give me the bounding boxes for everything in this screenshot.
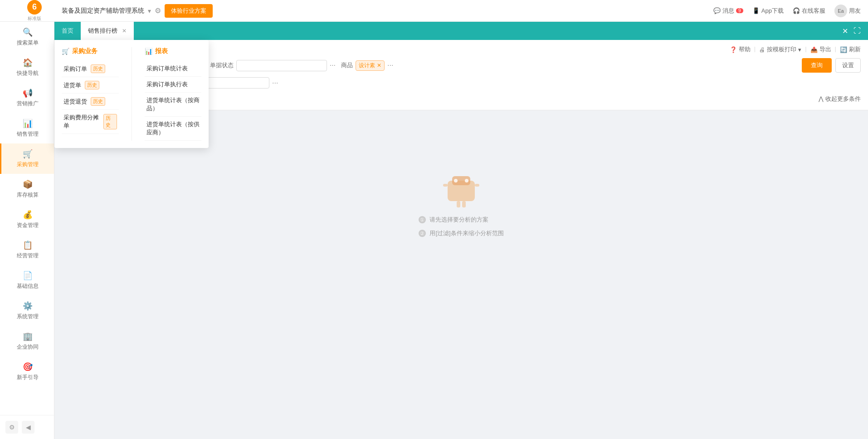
- marketing-icon: 📢: [23, 88, 33, 98]
- sidebar-label-operation: 经营管理: [17, 252, 39, 260]
- sidebar-label-inventory: 库存核算: [17, 191, 39, 199]
- tab-close-all-icon[interactable]: ✕: [842, 27, 848, 35]
- dropdown-item-purchase-order[interactable]: 采购订单 历史: [62, 61, 119, 77]
- sidebar-label-guide: 新手引导: [17, 374, 39, 381]
- purchase-order-label: 采购订单: [63, 65, 87, 73]
- status-select[interactable]: [236, 60, 327, 71]
- dropdown-arrow-icon[interactable]: ▾: [148, 7, 151, 15]
- dropdown-item-expense[interactable]: 采购费用分摊单 历史: [62, 110, 119, 134]
- status-dots[interactable]: ···: [330, 61, 336, 69]
- action-buttons: 查询 设置: [802, 58, 861, 73]
- incoming-stats-supplier-label: 进货单统计表（按供应商）: [146, 120, 200, 137]
- message-action[interactable]: 💬 消息 9: [713, 7, 743, 15]
- return-label: 进货退货: [63, 98, 87, 106]
- trial-button[interactable]: 体验行业方案: [165, 4, 213, 18]
- dropdown-item-incoming-stats-supplier[interactable]: 进货单统计表（按供应商）: [145, 117, 202, 141]
- incoming-history-badge[interactable]: 历史: [85, 81, 99, 89]
- inventory-icon: 📦: [23, 179, 33, 189]
- user-label: 用友: [849, 7, 861, 15]
- user-action[interactable]: Ea 用友: [834, 5, 861, 17]
- purchase-order-history-badge[interactable]: 历史: [91, 64, 105, 73]
- goods-tag: 设计素 ✕: [356, 60, 385, 71]
- tab-home-label: 首页: [62, 27, 73, 35]
- sidebar-label-search: 搜索菜单: [17, 39, 39, 47]
- sidebar-item-basic-info[interactable]: 📄 基础信息: [0, 265, 54, 296]
- tip1-row: ① 请先选择要分析的方案: [419, 216, 503, 224]
- tab-sales-rank[interactable]: 销售排行榜 ✕: [81, 22, 134, 40]
- sidebar-item-purchase[interactable]: 🛒 采购管理: [0, 143, 54, 174]
- search-button[interactable]: 查询: [802, 58, 832, 73]
- sidebar-item-quick-nav[interactable]: 🏠 快捷导航: [0, 52, 54, 83]
- incoming-label: 进货单: [63, 81, 81, 89]
- export-action[interactable]: 📤 导出: [810, 45, 831, 54]
- refresh-icon: 🔄: [840, 46, 847, 53]
- goods-tag-close-icon[interactable]: ✕: [377, 62, 381, 69]
- settings-icon[interactable]: ⚙: [155, 6, 161, 15]
- dropdown-item-incoming-stats-goods[interactable]: 进货单统计表（按商品）: [145, 93, 202, 117]
- export-icon: 📤: [810, 46, 818, 53]
- separator2: |: [805, 45, 806, 54]
- sidebar-item-guide[interactable]: 🎯 新手引导: [0, 356, 54, 387]
- collapse-label: 收起更多条件: [825, 95, 861, 103]
- search-icon: 🔍: [23, 27, 33, 37]
- report-section-label: 报表: [155, 47, 168, 55]
- sidebar-item-search[interactable]: 🔍 搜索菜单: [0, 22, 54, 52]
- settings-button[interactable]: 设置: [835, 58, 861, 73]
- message-label: 消息: [722, 7, 734, 15]
- return-history-badge[interactable]: 历史: [91, 97, 105, 106]
- dropdown-item-return[interactable]: 进货退货 历史: [62, 94, 119, 110]
- sidebar-item-operation[interactable]: 📋 经营管理: [0, 235, 54, 265]
- message-badge: 9: [736, 8, 743, 13]
- dropdown-divider: [132, 47, 132, 141]
- sidebar-bottom: ⚙ ◀: [0, 415, 54, 439]
- app-download-action[interactable]: 📱 App下载: [752, 7, 784, 15]
- sidebar-item-enterprise[interactable]: 🏢 企业协同: [0, 326, 54, 356]
- sidebar-item-sales[interactable]: 📊 销售管理: [0, 113, 54, 143]
- salesman-dots[interactable]: ···: [272, 79, 278, 87]
- toolbar-actions: ❓ 帮助 | 🖨 按模板打印 ▾ | 📤 导出: [730, 45, 861, 54]
- svg-rect-5: [462, 201, 466, 207]
- dropdown-item-purchase-exec[interactable]: 采购订单执行表: [145, 77, 202, 93]
- dropdown-item-incoming[interactable]: 进货单 历史: [62, 77, 119, 94]
- sidebar-item-marketing[interactable]: 📢 营销推广: [0, 83, 54, 113]
- help-action[interactable]: ❓ 帮助: [730, 45, 751, 54]
- sidebar-label-quick-nav: 快捷导航: [17, 69, 39, 77]
- tab-home[interactable]: 首页: [54, 22, 81, 40]
- operation-icon: 📋: [23, 240, 33, 250]
- expense-label: 采购费用分摊单: [63, 113, 100, 130]
- settings-bottom-icon[interactable]: ⚙: [5, 421, 18, 434]
- purchase-section-icon: 🛒: [62, 48, 69, 55]
- print-action[interactable]: 🖨 按模板打印 ▾: [759, 45, 801, 54]
- collapse-button[interactable]: ⋀ 收起更多条件: [819, 95, 861, 103]
- sidebar-label-system: 系统管理: [17, 313, 39, 321]
- report-section-icon: 📊: [145, 48, 152, 55]
- goods-dots[interactable]: ···: [387, 61, 393, 69]
- empty-illustration: [439, 165, 484, 210]
- sidebar-item-system[interactable]: ⚙️ 系统管理: [0, 296, 54, 326]
- system-title-text: 装备及固定资产辅助管理系统: [62, 7, 144, 15]
- collapse-sidebar-icon[interactable]: ◀: [22, 421, 34, 434]
- tab-bar: 首页 销售排行榜 ✕ ✕ ⛶: [54, 22, 868, 40]
- tip1-num: ①: [419, 216, 426, 223]
- tab-close-icon[interactable]: ✕: [122, 28, 127, 34]
- purchase-section: 🛒 采购业务 采购订单 历史 进货单 历史 进货退货 历史 采购费用分摊单 历史: [62, 47, 119, 141]
- sidebar-label-basic-info: 基础信息: [17, 282, 39, 290]
- logo-icon: 6: [27, 0, 42, 15]
- report-section-title: 📊 报表: [145, 47, 202, 55]
- dropdown-item-purchase-stats[interactable]: 采购订单统计表: [145, 61, 202, 77]
- purchase-exec-label: 采购订单执行表: [146, 80, 188, 89]
- purchase-dropdown-menu: 🛒 采购业务 采购订单 历史 进货单 历史 进货退货 历史 采购费用分摊单 历史…: [54, 40, 209, 148]
- refresh-label: 刷新: [849, 45, 861, 54]
- expense-history-badge[interactable]: 历史: [103, 114, 117, 129]
- svg-rect-6: [443, 184, 448, 187]
- top-actions: 💬 消息 9 📱 App下载 🎧 在线客服 Ea 用友: [713, 5, 861, 17]
- tab-expand-icon[interactable]: ⛶: [853, 27, 861, 35]
- sidebar-item-inventory[interactable]: 📦 库存核算: [0, 174, 54, 204]
- online-service-action[interactable]: 🎧 在线客服: [793, 7, 825, 15]
- sidebar-item-finance[interactable]: 💰 资金管理: [0, 204, 54, 235]
- svg-point-2: [454, 179, 458, 183]
- refresh-action[interactable]: 🔄 刷新: [840, 45, 861, 54]
- svg-point-3: [465, 179, 468, 183]
- basic-info-icon: 📄: [23, 271, 33, 281]
- status-label: 单据状态: [210, 61, 234, 69]
